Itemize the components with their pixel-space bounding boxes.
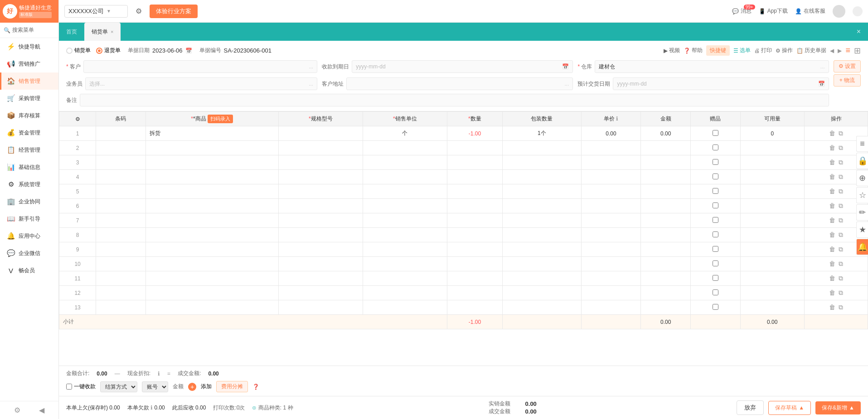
sidebar-item-finance[interactable]: 💰 资金管理 [0, 124, 58, 141]
cell-goods[interactable] [145, 257, 278, 271]
copy-row-btn[interactable]: ⧉ [839, 260, 843, 267]
cell-gift[interactable] [690, 242, 740, 257]
cell-amount[interactable] [641, 300, 691, 315]
save-new-button[interactable]: 保存&新增 ▲ [815, 401, 861, 414]
one-click-payment-checkbox[interactable]: 一键收款 [66, 383, 96, 390]
cell-goods[interactable] [145, 300, 278, 315]
delivery-date-input[interactable]: yyyy-mm-dd 📅 [613, 77, 829, 90]
radio-sales-order[interactable]: 销货单 [66, 47, 91, 54]
cell-unit-price[interactable] [581, 184, 641, 199]
cell-pkg-qty[interactable] [502, 199, 581, 213]
cell-goods[interactable] [145, 213, 278, 228]
cell-spec[interactable] [278, 271, 363, 286]
warehouse-input[interactable]: 建材仓 ... [595, 60, 829, 73]
collapse-footer-btn[interactable]: ◀ [39, 406, 44, 414]
settings-footer-btn[interactable]: ⚙ [14, 406, 20, 414]
cell-unit-price[interactable] [581, 271, 641, 286]
cell-qty[interactable] [447, 199, 502, 213]
cell-unit[interactable] [363, 300, 447, 315]
cell-barcode[interactable] [96, 155, 146, 170]
customer-input[interactable]: ... [83, 60, 317, 73]
cell-amount[interactable] [641, 141, 691, 155]
delivery-calendar-icon[interactable]: 📅 [818, 81, 825, 87]
sidebar-item-basic-info[interactable]: 📊 基础信息 [0, 159, 58, 176]
cell-unit-price[interactable] [581, 155, 641, 170]
cell-unit-price[interactable] [581, 286, 641, 300]
cell-barcode[interactable] [96, 126, 146, 141]
cell-pkg-qty[interactable] [502, 300, 581, 315]
cell-unit-price[interactable] [581, 228, 641, 242]
delete-row-btn[interactable]: 🗑 [829, 275, 835, 282]
cell-gift[interactable] [690, 286, 740, 300]
video-btn[interactable]: ▶ 视频 [664, 47, 680, 54]
add-payment-btn[interactable]: + [188, 383, 196, 391]
cell-spec[interactable] [278, 199, 363, 213]
help-btn[interactable]: ❓ 帮助 [684, 47, 703, 54]
cell-amount[interactable] [641, 228, 691, 242]
cell-amount[interactable] [641, 184, 691, 199]
save-new-chevron[interactable]: ▲ [849, 405, 854, 411]
delete-row-btn[interactable]: 🗑 [829, 188, 835, 195]
cell-qty[interactable]: -1.00 [447, 126, 502, 141]
cell-amount[interactable] [641, 199, 691, 213]
cell-gift[interactable] [690, 199, 740, 213]
copy-row-btn[interactable]: ⧉ [839, 144, 843, 151]
shortcut-btn[interactable]: 快捷键 [706, 45, 730, 56]
tab-home[interactable]: 首页 [59, 23, 84, 41]
history-btn[interactable]: 📋 历史单据 [796, 47, 826, 54]
side-btn-1[interactable]: ≡ [856, 136, 868, 152]
cell-gift[interactable] [690, 257, 740, 271]
cell-barcode[interactable] [96, 199, 146, 213]
cell-barcode[interactable] [96, 170, 146, 184]
cell-pkg-qty[interactable] [502, 213, 581, 228]
cell-goods[interactable] [145, 141, 278, 155]
cell-spec[interactable] [278, 126, 363, 141]
delete-row-btn[interactable]: 🗑 [829, 231, 835, 238]
cell-gift[interactable] [690, 213, 740, 228]
side-btn-7[interactable]: 🔔 [856, 239, 868, 255]
scan-btn[interactable]: 扫码录入 [208, 115, 233, 123]
cell-barcode[interactable] [96, 213, 146, 228]
cell-spec[interactable] [278, 286, 363, 300]
cell-amount[interactable] [641, 242, 691, 257]
payment-calendar-icon[interactable]: 📅 [562, 63, 569, 70]
sidebar-item-inventory[interactable]: 📦 库存核算 [0, 107, 58, 124]
cell-goods[interactable] [145, 271, 278, 286]
message-action[interactable]: 💬 消息 99+ [732, 7, 752, 15]
side-btn-4[interactable]: ☆ [856, 187, 868, 203]
copy-row-btn[interactable]: ⧉ [839, 188, 843, 195]
logistics-top-btn[interactable]: + 物流 [834, 74, 861, 87]
cell-gift[interactable] [690, 228, 740, 242]
cell-unit-price[interactable] [581, 213, 641, 228]
radio-return-order[interactable]: 退货单 [96, 47, 121, 54]
copy-row-btn[interactable]: ⧉ [839, 217, 843, 224]
delete-row-btn[interactable]: 🗑 [829, 159, 835, 166]
view-list-icon[interactable]: ≡ [845, 46, 850, 55]
cell-unit-price[interactable]: 0.00 [581, 126, 641, 141]
cell-spec[interactable] [278, 184, 363, 199]
cell-goods[interactable] [145, 228, 278, 242]
copy-row-btn[interactable]: ⧉ [839, 231, 843, 238]
th-settings[interactable]: ⚙ [59, 112, 96, 126]
view-grid-icon[interactable]: ⊞ [854, 46, 861, 56]
nav-next-btn[interactable]: ▶ [838, 48, 842, 54]
delete-row-btn[interactable]: 🗑 [829, 217, 835, 224]
cell-goods[interactable] [145, 170, 278, 184]
delete-row-btn[interactable]: 🗑 [829, 130, 835, 137]
cell-unit[interactable] [363, 286, 447, 300]
cell-unit[interactable] [363, 213, 447, 228]
cell-barcode[interactable] [96, 300, 146, 315]
search-nav-item[interactable]: 🔍 搜索菜单 [0, 23, 58, 38]
sidebar-item-system[interactable]: ⚙ 系统管理 [0, 176, 58, 193]
cell-unit-price[interactable] [581, 170, 641, 184]
cell-qty[interactable] [447, 213, 502, 228]
sidebar-item-management[interactable]: 📋 经营管理 [0, 141, 58, 159]
copy-row-btn[interactable]: ⧉ [839, 130, 843, 137]
delete-row-btn[interactable]: 🗑 [829, 303, 835, 311]
user-avatar[interactable] [833, 5, 845, 18]
salesperson-input[interactable]: 选择... ... [85, 77, 317, 90]
cell-spec[interactable] [278, 300, 363, 315]
cell-unit[interactable] [363, 170, 447, 184]
cell-pkg-qty[interactable] [502, 184, 581, 199]
settings-top-btn[interactable]: ⚙ 设置 [834, 60, 861, 72]
